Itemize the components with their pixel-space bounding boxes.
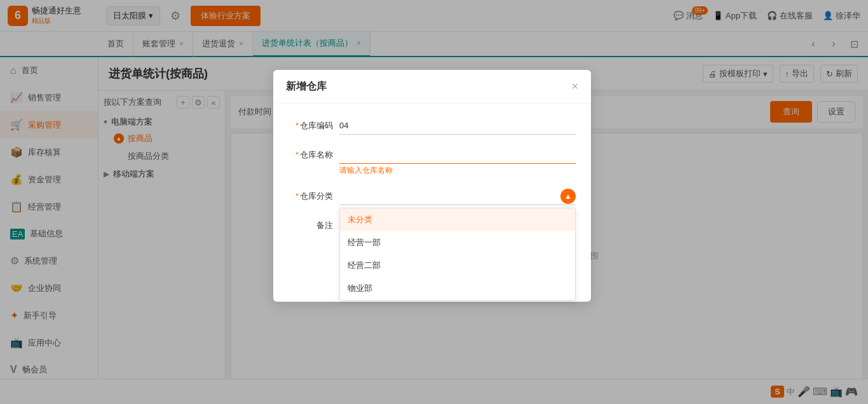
modal-close-button[interactable]: ×	[571, 80, 578, 93]
category-select-wrapper: ▲ 未分类 经营一部 经营二部 物业部	[339, 187, 576, 205]
modal-title: 新增仓库	[286, 80, 327, 93]
name-row: 仓库名称 请输入仓库名称	[288, 146, 576, 176]
category-dropdown: 未分类 经营一部 经营二部 物业部	[339, 208, 576, 300]
modal-body: 仓库编码 仓库名称 请输入仓库名称 仓库分类 ▲ 未分类	[273, 104, 591, 259]
code-input[interactable]	[339, 117, 576, 135]
name-input[interactable]	[339, 146, 576, 164]
category-label: 仓库分类	[288, 191, 339, 202]
name-error-msg: 请输入仓库名称	[339, 165, 393, 176]
name-label: 仓库名称	[288, 149, 339, 161]
dropdown-item-uncategorized[interactable]: 未分类	[340, 208, 575, 231]
code-label: 仓库编码	[288, 120, 339, 131]
note-label: 备注	[288, 220, 339, 231]
dropdown-item-property[interactable]: 物业部	[340, 277, 575, 300]
dropdown-item-ops2[interactable]: 经营二部	[340, 254, 575, 277]
dropdown-item-ops1[interactable]: 经营一部	[340, 231, 575, 254]
category-row: 仓库分类 ▲ 未分类 经营一部 经营二部 物业部	[288, 187, 576, 205]
code-row: 仓库编码	[288, 117, 576, 135]
category-arrow-btn[interactable]: ▲	[560, 189, 576, 204]
modal-header: 新增仓库 ×	[273, 70, 591, 104]
add-warehouse-modal: 新增仓库 × 仓库编码 仓库名称 请输入仓库名称 仓库分类	[273, 70, 591, 302]
category-input[interactable]	[339, 187, 576, 205]
name-input-row: 仓库名称	[288, 146, 576, 164]
